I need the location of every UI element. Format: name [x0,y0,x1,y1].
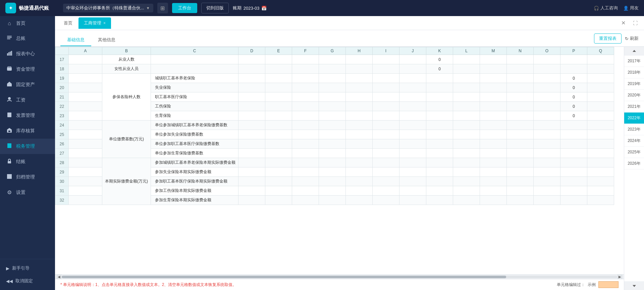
cell-e[interactable] [265,139,292,149]
cell-a[interactable] [69,177,102,186]
cell-h[interactable] [346,102,373,111]
year-item[interactable]: 2020年 [624,90,644,101]
cell-h[interactable] [346,196,373,205]
reset-report-button[interactable]: 重置报表 [594,33,622,44]
cell-m[interactable] [480,177,507,186]
cell-l[interactable] [453,83,480,92]
cell-p[interactable] [560,121,587,130]
cell-e[interactable] [265,149,292,158]
cell-q[interactable] [587,158,614,167]
old-version-button[interactable]: 切到旧版 [201,3,229,13]
cell-c[interactable]: 工伤保险 [151,102,238,111]
cell-l[interactable] [453,102,480,111]
cell-a[interactable] [69,130,102,139]
cell-o[interactable] [534,158,560,167]
year-item[interactable]: 2025年 [624,147,644,158]
cell-d[interactable] [238,158,265,167]
cell-o[interactable] [534,177,560,186]
cell-q[interactable] [587,196,614,205]
cell-e[interactable] [265,196,292,205]
sidebar-item-report-center[interactable]: 报表中心 [0,46,55,62]
cell-a[interactable] [69,111,102,121]
cell-a[interactable] [69,92,102,102]
year-item[interactable]: 2017年 [624,56,644,67]
cell-q[interactable] [587,111,614,121]
window-expand-button[interactable]: ⛶ [631,18,640,28]
year-scroll-down-button[interactable] [624,281,644,290]
cell-c[interactable]: 参加生育保险本期实际缴费金额 [151,196,238,205]
cell-c[interactable]: 单位参加职工基本医疗保险缴费基数 [151,139,238,149]
cell-m[interactable] [480,158,507,167]
cell-o[interactable] [534,102,560,111]
cell-d[interactable] [238,64,265,74]
year-scroll-up-button[interactable] [624,47,644,56]
year-item[interactable]: 2022年 [624,113,644,124]
cell-m[interactable] [480,139,507,149]
cell-g[interactable] [319,92,346,102]
cell-g[interactable] [319,167,346,177]
cell-l[interactable] [453,196,480,205]
cell-b[interactable]: 本期实际缴费金额(万元) [102,158,151,205]
sidebar-item-closing[interactable]: 结账 [0,154,55,169]
cell-j[interactable] [399,92,426,102]
cell-d[interactable] [238,139,265,149]
cell-n[interactable] [507,130,534,139]
cell-p[interactable]: 0 [560,92,587,102]
spreadsheet-scroll[interactable]: A B C D E F G H I J [55,47,624,274]
cell-o[interactable] [534,130,560,139]
cell-j[interactable] [399,149,426,158]
sidebar-item-invoice[interactable]: 发票管理 [0,108,55,123]
cell-l[interactable] [453,111,480,121]
cell-d[interactable] [238,149,265,158]
cell-f[interactable] [292,186,319,196]
cell-d[interactable] [238,74,265,83]
cell-g[interactable] [319,196,346,205]
cell-p[interactable]: 0 [560,111,587,121]
cell-k[interactable] [426,83,453,92]
cell-e[interactable] [265,121,292,130]
cell-e[interactable] [265,83,292,92]
cell-k[interactable]: 0 [426,55,453,64]
cell-a[interactable] [69,158,102,167]
cell-n[interactable] [507,111,534,121]
cell-i[interactable] [373,111,399,121]
cell-c[interactable]: 单位参加城镇职工基本养老保险缴费基数 [151,121,238,130]
cell-e[interactable] [265,186,292,196]
cell-d[interactable] [238,177,265,186]
cell-m[interactable] [480,64,507,74]
cell-b[interactable]: 女性从业人员 [102,64,151,74]
cell-p[interactable] [560,167,587,177]
year-item[interactable]: 2019年 [624,78,644,90]
cell-m[interactable] [480,102,507,111]
cell-m[interactable] [480,130,507,139]
sub-tab-other-info[interactable]: 其他信息 [91,34,122,46]
cell-e[interactable] [265,111,292,121]
cell-p[interactable] [560,177,587,186]
sidebar-item-archive[interactable]: 归档管理 [0,169,55,185]
cell-k[interactable] [426,130,453,139]
cell-i[interactable] [373,83,399,92]
cell-g[interactable] [319,74,346,83]
cell-h[interactable] [346,74,373,83]
cell-p[interactable] [560,186,587,196]
cell-d[interactable] [238,55,265,64]
cell-k[interactable] [426,74,453,83]
cell-j[interactable] [399,83,426,92]
year-item[interactable]: 2018年 [624,67,644,78]
cell-d[interactable] [238,167,265,177]
cell-c[interactable] [151,55,238,64]
year-item[interactable]: 2026年 [624,158,644,169]
cell-l[interactable] [453,167,480,177]
company-selector[interactable]: 中审众环会计师事务所（特殊普通合伙... ▼ [63,4,153,12]
cell-n[interactable] [507,64,534,74]
cell-f[interactable] [292,102,319,111]
cell-l[interactable] [453,64,480,74]
cell-l[interactable] [453,177,480,186]
cell-l[interactable] [453,149,480,158]
cell-e[interactable] [265,158,292,167]
cell-a[interactable] [69,149,102,158]
cell-m[interactable] [480,186,507,196]
cell-g[interactable] [319,83,346,92]
cell-c[interactable]: 城镇职工基本养老保险 [151,74,238,83]
horizontal-scrollbar[interactable]: ◀ ▶ [55,274,624,279]
